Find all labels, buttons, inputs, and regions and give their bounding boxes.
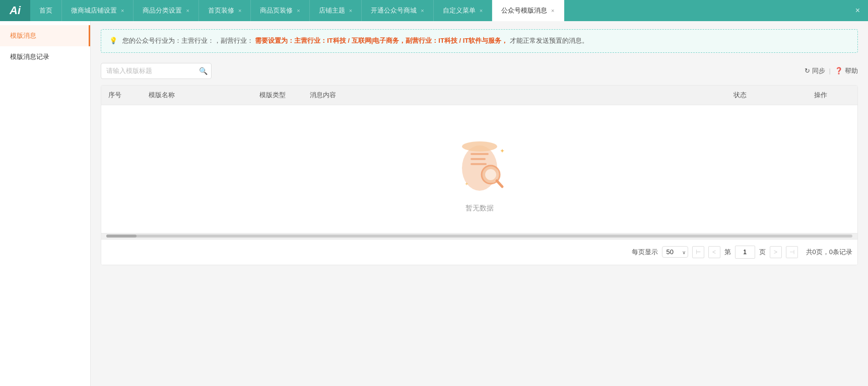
content-area: 💡 您的公众号行业为：主营行业：，副营行业： 需要设置为：主营行业：IT科技 /… [91,21,868,386]
tab-product-decor-label: 商品页装修 [260,6,293,15]
col-header-name: 模版名称 [142,86,252,105]
svg-point-1 [462,141,497,151]
global-close-button[interactable]: × [847,6,868,15]
next-page-button[interactable]: > [770,246,782,258]
page-total: 共0页，0条记录 [806,248,852,257]
notice-highlight: 需要设置为：主营行业：IT科技 / 互联网|电子商务，副营行业：IT科技 / I… [255,37,508,44]
col-header-status: 状态 [726,86,807,105]
notice-banner: 💡 您的公众号行业为：主营行业：，副营行业： 需要设置为：主营行业：IT科技 /… [101,29,858,53]
empty-illustration: ✦ ✦ [449,135,510,196]
sync-label: 同步 [812,66,825,75]
main-layout: 模版消息 模版消息记录 💡 您的公众号行业为：主营行业：，副营行业： 需要设置为… [0,21,868,386]
tab-open-mall[interactable]: 开通公众号商城 × [362,0,433,21]
tab-shop-theme-close[interactable]: × [349,8,352,14]
sync-button[interactable]: ↻ 同步 [805,66,825,75]
notice-icon: 💡 [109,37,117,44]
search-icon[interactable]: 🔍 [199,67,208,75]
svg-rect-3 [471,158,486,160]
table-body: ✦ ✦ 暂无数据 [101,105,857,233]
svg-rect-2 [471,153,489,155]
page-number-input[interactable] [735,246,755,259]
tab-home-decor-close[interactable]: × [238,8,241,14]
search-input[interactable] [101,63,212,79]
tab-shop-setting-close[interactable]: × [121,8,124,14]
tab-custom-menu-label: 自定义菜单 [443,6,476,15]
tab-template-msg-close[interactable]: × [551,8,554,14]
last-page-button[interactable]: ⊣ [786,246,798,258]
tab-open-mall-label: 开通公众号商城 [371,6,417,15]
scrollbar-area[interactable] [101,233,857,239]
help-label: 帮助 [845,66,858,75]
page-size-select-wrap[interactable]: 50 10 20 100 [662,246,688,258]
svg-text:✦: ✦ [464,181,469,187]
svg-rect-4 [471,163,487,165]
tab-category-setting-label: 商品分类设置 [143,6,182,15]
col-header-type: 模版类型 [252,86,303,105]
top-nav: Ai 首页 微商城店铺设置 × 商品分类设置 × 首页装修 × 商品页装修 × … [0,0,868,21]
empty-text: 暂无数据 [465,204,494,213]
tab-product-decor[interactable]: 商品页装修 × [251,0,309,21]
search-bar: 🔍 ↻ 同步 | ❓ 帮助 [101,63,858,79]
toolbar-right: ↻ 同步 | ❓ 帮助 [805,66,858,75]
table-header-row: 序号 模版名称 模版类型 消息内容 状态 操作 [101,86,857,105]
col-header-action: 操作 [807,86,857,105]
tab-template-msg-label: 公众号模版消息 [501,6,547,15]
help-button[interactable]: ❓ 帮助 [835,66,858,75]
tab-shop-setting[interactable]: 微商城店铺设置 × [62,0,133,21]
tab-home-decor-label: 首页装修 [208,6,234,15]
svg-point-6 [485,169,496,180]
scrollbar-track[interactable] [106,235,852,238]
data-table: 序号 模版名称 模版类型 消息内容 状态 操作 [101,86,857,233]
sync-icon: ↻ [805,67,810,74]
page-size-select[interactable]: 50 10 20 100 [662,246,688,258]
tab-open-mall-close[interactable]: × [421,8,424,14]
tab-category-setting-close[interactable]: × [186,8,189,14]
app-logo: Ai [0,0,30,21]
tab-home[interactable]: 首页 [30,0,62,21]
prev-page-button[interactable]: < [708,246,720,258]
first-page-button[interactable]: ⊢ [692,246,704,258]
sidebar-item-template-msg[interactable]: 模版消息 [0,25,90,46]
page-size-label: 每页显示 [632,248,658,257]
sidebar: 模版消息 模版消息记录 [0,21,91,386]
table-wrap: 序号 模版名称 模版类型 消息内容 状态 操作 [101,85,858,265]
notice-text-after: 才能正常发送预置的消息。 [510,37,588,44]
tab-category-setting[interactable]: 商品分类设置 × [133,0,198,21]
page-label-before: 第 [724,248,731,257]
page-label-after: 页 [759,248,766,257]
tab-shop-theme-label: 店铺主题 [319,6,345,15]
tab-product-decor-close[interactable]: × [297,8,300,14]
empty-state: ✦ ✦ 暂无数据 [101,105,857,233]
tab-shop-setting-label: 微商城店铺设置 [71,6,117,15]
pagination: 每页显示 50 10 20 100 ⊢ < 第 页 > ⊣ 共0页，0条记录 [101,239,857,265]
toolbar-divider: | [829,67,831,74]
col-header-content: 消息内容 [303,86,726,105]
tab-home-decor[interactable]: 首页装修 × [199,0,251,21]
svg-line-7 [497,181,502,187]
search-input-wrap: 🔍 [101,63,212,79]
sidebar-item-template-msg-record[interactable]: 模版消息记录 [0,46,90,67]
tab-custom-menu-close[interactable]: × [480,8,483,14]
tab-home-label: 首页 [39,6,52,15]
tab-shop-theme[interactable]: 店铺主题 × [310,0,362,21]
svg-text:✦: ✦ [500,147,505,155]
tab-custom-menu[interactable]: 自定义菜单 × [434,0,492,21]
help-icon: ❓ [835,67,843,74]
notice-text-before: 您的公众号行业为：主营行业：，副营行业： [122,37,253,44]
empty-row: ✦ ✦ 暂无数据 [101,105,857,233]
col-header-seq: 序号 [101,86,142,105]
tab-template-msg[interactable]: 公众号模版消息 × [492,0,564,21]
